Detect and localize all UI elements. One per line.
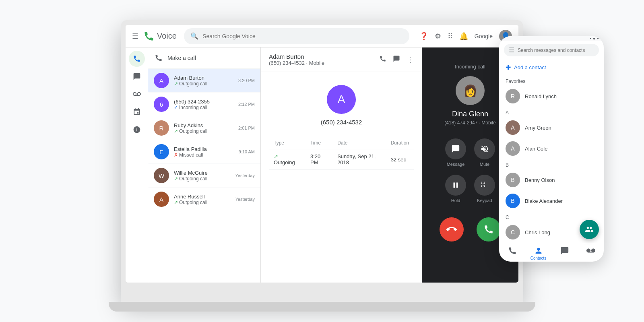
col-time: Time — [305, 137, 332, 149]
call-avatar: W — [154, 168, 169, 183]
nav-contacts-label: Contacts — [530, 256, 546, 260]
contact-avatar: A — [506, 120, 520, 135]
message-btn[interactable]: Message — [445, 138, 466, 167]
log-time: 3:20 PM — [305, 149, 332, 170]
col-duration: Duration — [386, 137, 414, 149]
mobile-status-bar: ▪ ● ▾ — [499, 36, 604, 41]
incoming-number: (418) 474-2947 · Mobile — [444, 120, 495, 126]
call-name: Ruby Adkins — [174, 122, 233, 128]
mobile-contact[interactable]: A Alan Cole — [499, 138, 604, 159]
mobile-search-bar[interactable]: ☰ — [504, 44, 599, 56]
call-action-btn[interactable] — [379, 55, 386, 64]
call-name: Anne Russell — [174, 194, 230, 200]
call-item[interactable]: A Adam Burton ↗ Outgoing call 3:20 PM — [148, 69, 260, 93]
contact-avatar: B — [506, 173, 520, 187]
google-label: Google — [475, 33, 493, 39]
call-type: ✗ Missed call — [174, 152, 234, 158]
accept-btn[interactable] — [477, 217, 501, 242]
sidebar-item-info[interactable] — [129, 122, 145, 138]
mobile-nav-voicemail[interactable] — [578, 246, 604, 260]
mobile-contact[interactable]: R Ronald Lynch — [499, 86, 604, 107]
hold-btn[interactable]: Hold — [445, 175, 466, 203]
mobile-contact[interactable]: B Blake Alexander — [499, 190, 604, 211]
call-time: 2:01 PM — [238, 126, 255, 130]
search-bar[interactable]: 🔍 — [184, 28, 409, 44]
mobile-hamburger-icon[interactable]: ☰ — [509, 46, 514, 54]
call-avatar: E — [154, 144, 169, 159]
call-name: (650) 324-2355 — [174, 99, 233, 105]
search-input[interactable] — [202, 33, 403, 39]
app-title: Voice — [157, 31, 177, 41]
call-type: ↗ Outgoing call — [174, 128, 233, 134]
decline-btn[interactable] — [440, 217, 464, 242]
call-item[interactable]: W Willie McGuire ↗ Outgoing call Yesterd… — [148, 164, 260, 188]
mobile-nav-messages[interactable] — [551, 246, 578, 260]
section-a: A — [499, 107, 604, 117]
mobile-nav-contacts[interactable]: Contacts — [525, 246, 551, 260]
call-time: Yesterday — [235, 197, 255, 202]
mute-btn[interactable]: Mute — [474, 138, 495, 167]
contact-name: Blake Alexander — [525, 198, 563, 204]
call-time: 9:10 AM — [239, 149, 255, 154]
message-btn-label: Message — [447, 162, 465, 167]
mobile-phone: ▪ ● ▾ ☰ ✚ Add a contact Favorites R Rona… — [499, 36, 604, 262]
answer-buttons — [440, 217, 501, 242]
sidebar-item-messages[interactable] — [129, 68, 145, 85]
log-duration: 32 sec — [386, 149, 414, 170]
call-time: Yesterday — [235, 173, 255, 178]
log-row: ↗ Outgoing 3:20 PM Sunday, Sep 21, 2018 … — [269, 149, 414, 170]
call-type: ↗ Outgoing call — [174, 81, 233, 87]
contact-name: Amy Green — [525, 125, 551, 131]
add-contact-btn[interactable]: ✚ Add a contact — [499, 60, 604, 75]
section-b: B — [499, 159, 604, 169]
apps-grid-icon[interactable]: ⠿ — [448, 32, 453, 41]
call-time: 3:20 PM — [238, 78, 255, 83]
help-icon[interactable]: ❓ — [419, 32, 428, 41]
sidebar-item-contacts[interactable] — [129, 104, 145, 120]
call-item[interactable]: R Ruby Adkins ↗ Outgoing call 2:01 PM — [148, 116, 260, 140]
fab-button[interactable] — [580, 220, 599, 239]
contact-avatar: A — [506, 141, 520, 156]
message-action-btn[interactable] — [393, 55, 400, 64]
add-contact-label: Add a contact — [514, 64, 546, 70]
notifications-icon[interactable]: 🔔 — [459, 32, 468, 41]
keypad-btn-label: Keypad — [477, 198, 492, 203]
contact-name: Alan Cole — [525, 146, 547, 152]
col-date: Date — [332, 137, 386, 149]
call-item[interactable]: 6 (650) 324-2355 ✓ Incoming call 2:12 PM — [148, 93, 260, 116]
detail-panel: Adam Burton (650) 234-4532 · Mobile — [261, 47, 422, 283]
make-call-button[interactable]: Make a call — [148, 47, 260, 69]
mobile-search-input[interactable] — [518, 47, 594, 53]
add-icon: ✚ — [506, 64, 511, 71]
keypad-btn[interactable]: Keypad — [474, 175, 495, 203]
mute-btn-label: Mute — [480, 162, 489, 167]
section-favorites: Favorites — [499, 75, 604, 86]
call-avatar: 6 — [154, 97, 169, 112]
sidebar-item-calls[interactable] — [129, 51, 145, 67]
call-name: Willie McGuire — [174, 170, 230, 176]
contact-name: Ronald Lynch — [525, 93, 557, 99]
mobile-nav-calls[interactable] — [499, 246, 525, 260]
voice-logo-icon — [143, 31, 155, 42]
settings-icon[interactable]: ⚙ — [435, 32, 441, 41]
call-item[interactable]: A Anne Russell ↗ Outgoing call Yesterday — [148, 188, 260, 211]
mobile-contact[interactable]: A Amy Green — [499, 117, 604, 138]
hamburger-menu[interactable]: ☰ — [132, 32, 138, 41]
call-avatar: A — [154, 192, 169, 207]
detail-body: A (650) 234-4532 Type Time Date Duration — [261, 72, 422, 283]
more-options-btn[interactable]: ⋮ — [407, 55, 414, 64]
mobile-bottom-nav: Contacts — [499, 243, 604, 262]
sidebar-item-voicemail[interactable] — [129, 86, 145, 102]
call-list: Make a call A Adam Burton ↗ Outgoing cal… — [148, 47, 261, 283]
col-type: Type — [269, 137, 305, 149]
contact-avatar-large: A — [327, 85, 356, 114]
incoming-avatar: 👩 — [456, 76, 485, 105]
contact-name: Benny Olson — [525, 177, 555, 183]
contact-avatar: B — [506, 194, 520, 208]
mobile-contact[interactable]: B Benny Olson — [499, 169, 604, 190]
call-name: Adam Burton — [174, 75, 233, 81]
call-item[interactable]: E Estella Padilla ✗ Missed call 9:10 AM — [148, 140, 260, 164]
call-time: 2:12 PM — [238, 102, 255, 107]
log-date: Sunday, Sep 21, 2018 — [332, 149, 386, 170]
log-type: Outgoing — [274, 159, 295, 165]
